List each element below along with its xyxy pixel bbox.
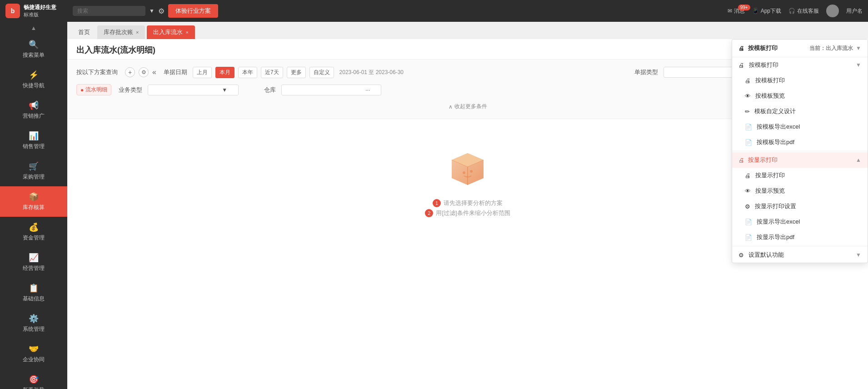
page-content: 出入库流水(流水明细) 🖨 按模板打印 ▲ ... ↑ 导出 ↺ 刷新 (67, 39, 868, 389)
collapse-filters-btn[interactable]: « (152, 68, 156, 76)
date-filter-group: 上月 本月 本年 近7天 更多 自定义 (193, 67, 334, 78)
step1-num: 1 (433, 199, 441, 207)
quick-nav-icon: ⚡ (29, 70, 39, 80)
dp-preview-icon: 👁 (745, 188, 751, 194)
page-title: 出入库流水(流水明细) (76, 45, 155, 55)
sidebar-item-search[interactable]: 🔍 搜索菜单 (0, 34, 67, 65)
flow-detail-tag[interactable]: ● 流水明细 (76, 84, 111, 95)
sidebar-item-purchase[interactable]: 🛒 采购管理 (0, 156, 67, 186)
message-icon: ✉ (728, 8, 732, 14)
sidebar-item-guide[interactable]: 🎯 新手引导 (0, 369, 67, 389)
dp-print-icon: 🖨 (745, 172, 751, 179)
display-print-section-header[interactable]: 🖨 按显示打印 ▲ (732, 152, 868, 168)
header-search-area: ▼ ⚙ 体验行业方案 (73, 4, 728, 18)
header-search-input[interactable] (73, 6, 145, 16)
header-dropdown-icon[interactable]: ▼ (149, 8, 155, 14)
app-download-btn[interactable]: 📱 App下载 (752, 7, 781, 15)
tp-print-icon: 🖨 (745, 77, 751, 84)
tp-excel-icon: 📄 (745, 124, 752, 130)
date-btn-last-month[interactable]: 上月 (193, 67, 212, 78)
avatar[interactable] (826, 5, 839, 17)
sidebar-item-sales[interactable]: 📊 销售管理 (0, 125, 67, 156)
template-export-excel-item[interactable]: 📄 按模板导出excel (732, 119, 868, 135)
inventory-icon: 📦 (29, 192, 39, 202)
sidebar-item-system[interactable]: ⚙️ 系统管理 (0, 308, 67, 339)
dropdown-divider-1 (732, 151, 868, 151)
filter-settings-btn[interactable]: ⚙ (139, 67, 149, 77)
dp-settings-icon: ⚙ (745, 203, 750, 210)
date-btn-this-month[interactable]: 本月 (215, 67, 234, 78)
print-panel-icon: 🖨 (738, 45, 744, 52)
doc-type-label: 单据类型 (634, 68, 658, 76)
sidebar-item-finance[interactable]: 💰 资金管理 (0, 217, 67, 247)
date-filter-label: 单据日期 (164, 68, 187, 76)
display-print-settings-item[interactable]: ⚙ 按显示打印设置 (732, 199, 868, 214)
display-export-pdf-item[interactable]: 📄 按显示导出pdf (732, 229, 868, 245)
biz-type-label: 业务类型 (119, 86, 142, 94)
date-range-display: 2023-06-01 至 2023-06-30 (339, 69, 404, 76)
sidebar-item-basic[interactable]: 📋 基础信息 (0, 278, 67, 308)
template-preview-item[interactable]: 👁 按模板预览 (732, 88, 868, 104)
dropdown-panel-title: 按模板打印 (748, 44, 778, 52)
date-btn-more[interactable]: 更多 (287, 67, 306, 78)
header-right: ✉ 消息 99+ 📱 App下载 🎧 在线客服 用户名 (728, 5, 863, 17)
sales-icon: 📊 (29, 131, 39, 141)
tp-custom-icon: ✏ (745, 108, 750, 115)
display-section-arrow: ▲ (856, 157, 861, 163)
sidebar-item-operation[interactable]: 📈 经营管理 (0, 247, 67, 278)
header-gear-icon[interactable]: ⚙ (158, 7, 165, 15)
app-subtitle: 标准版 (24, 11, 56, 18)
tab-flow[interactable]: 出入库流水 × (147, 25, 195, 39)
display-print-item[interactable]: 🖨 按显示打印 (732, 168, 868, 183)
biz-type-select[interactable]: ▼ (148, 85, 239, 95)
empty-icon (445, 146, 490, 192)
sidebar-item-quick-nav[interactable]: ⚡ 快捷导航 (0, 65, 67, 95)
date-btn-custom[interactable]: 自定义 (309, 67, 334, 78)
dropdown-panel-header: 🖨 按模板打印 当前：出入库流水 ▼ (732, 40, 868, 57)
purchase-icon: 🛒 (29, 161, 39, 171)
message-btn[interactable]: ✉ 消息 99+ (728, 7, 745, 15)
display-export-excel-item[interactable]: 📄 按显示导出excel (732, 214, 868, 229)
date-btn-this-year[interactable]: 本年 (238, 67, 257, 78)
cooperation-icon: 🤝 (29, 344, 39, 354)
finance-icon: 💰 (29, 222, 39, 232)
tab-home[interactable]: 首页 (73, 25, 95, 39)
sidebar-item-inventory[interactable]: 📦 库存核算 (0, 186, 67, 217)
username-label: 用户名 (846, 7, 863, 15)
template-print-submenu[interactable]: 🖨 按模板打印 ▼ (732, 57, 868, 73)
set-default-arrow: ▼ (856, 252, 861, 258)
step2-num: 2 (425, 209, 433, 217)
tp-pdf-icon: 📄 (745, 139, 752, 146)
svg-point-5 (463, 171, 465, 174)
template-print-item[interactable]: 🖨 按模板打印 (732, 73, 868, 88)
empty-step-2: 2 用[过滤]条件来缩小分析范围 (425, 209, 510, 217)
message-badge: 99+ (738, 5, 750, 10)
top-header: b 畅捷通好生意 标准版 ▼ ⚙ 体验行业方案 ✉ 消息 99+ 📱 App下载… (0, 0, 868, 22)
warehouse-label: 仓库 (264, 86, 276, 94)
add-filter-btn[interactable]: + (125, 67, 135, 77)
sidebar-item-cooperation[interactable]: 🤝 企业协同 (0, 339, 67, 369)
current-arrow: ▼ (856, 45, 861, 51)
sidebar-scroll-up[interactable]: ▲ (0, 22, 67, 34)
filter-actions: + ⚙ « (125, 67, 156, 77)
tab-batch-account-close[interactable]: × (136, 30, 139, 35)
tab-flow-close[interactable]: × (185, 30, 188, 35)
industry-btn[interactable]: 体验行业方案 (168, 4, 218, 18)
display-preview-item[interactable]: 👁 按显示预览 (732, 183, 868, 199)
template-export-pdf-item[interactable]: 📄 按模板导出pdf (732, 135, 868, 150)
dropdown-panel: 🖨 按模板打印 当前：出入库流水 ▼ 🖨 按模板打印 ▼ (732, 39, 868, 263)
sidebar-item-marketing[interactable]: 📢 营销推广 (0, 95, 67, 125)
warehouse-select[interactable]: ··· (281, 85, 381, 95)
tag-dot: ● (80, 87, 84, 93)
service-icon: 🎧 (788, 8, 795, 14)
dp-pdf-icon: 📄 (745, 234, 752, 241)
template-custom-item[interactable]: ✏ 模板自定义设计 (732, 104, 868, 119)
online-service-btn[interactable]: 🎧 在线客服 (788, 7, 819, 15)
content-area: 首页 库存批次账 × 出入库流水 × 出入库流水(流水明细) 🖨 按模板打印 (67, 22, 868, 389)
filter-label: 按以下方案查询 (76, 68, 118, 76)
biz-type-dropdown-arrow: ▼ (222, 87, 227, 93)
tab-batch-account[interactable]: 库存批次账 × (97, 25, 145, 39)
set-default-item[interactable]: ⚙ 设置默认功能 ▼ (732, 247, 868, 263)
date-btn-7days[interactable]: 近7天 (261, 67, 283, 78)
guide-icon: 🎯 (29, 374, 39, 384)
